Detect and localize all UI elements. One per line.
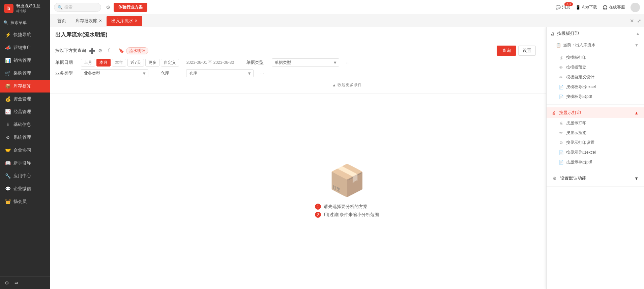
panel-item-display-excel[interactable]: 📄 按显示导出excel	[547, 148, 644, 157]
app-version: 标准版	[16, 9, 40, 14]
date-btn-7days[interactable]: 近7天	[127, 59, 144, 67]
marketing-icon: 📣	[5, 45, 11, 50]
tab-home-label: 首页	[57, 18, 66, 24]
panel-item-template-pdf[interactable]: 📄 按模板导出pdf	[547, 92, 644, 102]
logo-text-block: 畅捷通好生意 标准版	[16, 3, 40, 14]
panel-section-template: 🖨 按模板打印 👁 按模板预览 ✏ 模板自定义设计 📄 按模板导出excel 📄	[547, 50, 644, 105]
template-pdf-label: 按模板导出pdf	[566, 94, 592, 100]
finance-icon: 💰	[5, 96, 11, 102]
sidebar-item-member[interactable]: 👑 畅会员	[0, 195, 50, 208]
empty-steps: 1 请先选择要分析的方案 2 用[过滤]条件来缩小分析范围	[315, 204, 379, 220]
panel-item-template-design[interactable]: ✏ 模板自定义设计	[547, 72, 644, 82]
warehouse-more-icon[interactable]: ···	[260, 71, 264, 76]
date-btn-more[interactable]: 更多	[145, 59, 159, 67]
active-filter-tag[interactable]: 流水明细	[126, 47, 148, 54]
sidebar-item-finance[interactable]: 💰 资金管理	[0, 93, 50, 105]
active-filter-icon: 🔖	[119, 48, 124, 53]
topbar-search-box[interactable]: 🔍 搜索	[54, 3, 101, 12]
tab-home[interactable]: 首页	[53, 16, 71, 26]
filter-collapse-icon[interactable]: 《	[105, 48, 110, 54]
tab-batch-account-close-icon[interactable]: ✕	[99, 19, 102, 23]
settings-btn[interactable]: 设置	[518, 46, 536, 56]
panel-item-display-settings[interactable]: ⚙ 按显示打印设置	[547, 138, 644, 148]
sidebar-item-inventory[interactable]: 📦 库存核算	[0, 80, 50, 93]
panel-item-template-excel[interactable]: 📄 按模板导出excel	[547, 82, 644, 92]
online-service-btn[interactable]: 🎧 在线客服	[603, 4, 625, 10]
current-label: 当前：出入库流水	[561, 42, 635, 48]
step-1-num: 1	[315, 204, 321, 210]
filter-label: 按以下方案查询	[55, 48, 86, 54]
date-btn-this-year[interactable]: 本年	[112, 59, 126, 67]
sidebar: b 畅捷通好生意 标准版 🔍 搜索菜单 ⚡ 快捷导航 📣 营销推广 📊 销售管理…	[0, 0, 50, 289]
maximize-icon[interactable]: ⤢	[637, 18, 641, 24]
panel-title-text: 按模板打印	[557, 30, 579, 36]
doc-type-select[interactable]: 单据类型	[272, 58, 339, 67]
wechat-icon: 💬	[5, 186, 11, 191]
sidebar-item-business[interactable]: 📈 经营管理	[0, 105, 50, 118]
trial-btn[interactable]: 体验行业方案	[114, 3, 147, 12]
sidebar-item-system[interactable]: ⚙ 系统管理	[0, 131, 50, 144]
date-btn-custom[interactable]: 自定义	[161, 59, 179, 67]
sidebar-item-wechat[interactable]: 💬 企业微信	[0, 182, 50, 195]
display-preview-label: 按显示预览	[566, 130, 586, 136]
template-excel-icon: 📄	[559, 85, 563, 89]
service-icon: 🎧	[603, 5, 608, 10]
template-excel-label: 按模板导出excel	[566, 84, 596, 90]
date-btn-last-month[interactable]: 上月	[81, 59, 95, 67]
add-filter-btn[interactable]: ➕	[89, 48, 95, 54]
panel-header: 🖨 按模板打印 ▲	[547, 27, 644, 40]
display-header-label: 按显示打印	[559, 110, 581, 116]
settings-gear-icon[interactable]: ⚙	[5, 280, 9, 286]
panel-item-template-print[interactable]: 🖨 按模板打印	[547, 53, 644, 62]
panel-item-template-preview[interactable]: 👁 按模板预览	[547, 62, 644, 72]
current-chevron-icon[interactable]: ▼	[635, 43, 639, 48]
date-btn-this-month[interactable]: 本月	[96, 59, 111, 67]
panel-item-display-print[interactable]: 🖨 按显示打印	[547, 118, 644, 128]
sidebar-item-label: 企业微信	[13, 186, 31, 192]
filter-settings-icon[interactable]: ⚙	[98, 48, 103, 53]
tab-inout-flow-label: 出入库流水	[111, 18, 133, 24]
panel-item-display-print-header[interactable]: 🖨 按显示打印 ▲	[547, 107, 644, 118]
panel-item-display-preview[interactable]: 👁 按显示预览	[547, 128, 644, 138]
sidebar-item-guide[interactable]: 📖 新手引导	[0, 157, 50, 169]
sidebar-item-sales[interactable]: 📊 销售管理	[0, 54, 50, 67]
topbar-settings-icon[interactable]: ⚙	[106, 4, 110, 10]
sidebar-search-menu[interactable]: 🔍 搜索菜单	[0, 17, 50, 28]
display-print-icon: 🖨	[559, 121, 563, 126]
tab-batch-account-label: 库存批次账	[76, 18, 97, 24]
tab-batch-account[interactable]: 库存批次账 ✕	[71, 16, 107, 26]
panel-section-display: 🖨 按显示打印 ▲ 🖨 按显示打印 👁 按显示预览 ⚙ 按显示打印设置	[547, 105, 644, 170]
tab-inout-flow-close-icon[interactable]: ✕	[135, 19, 138, 23]
doc-type-more-icon[interactable]: ···	[346, 60, 350, 65]
search-menu-label: 搜索菜单	[10, 20, 27, 26]
messages-btn[interactable]: 💬 消息 99+	[556, 4, 570, 10]
sidebar-bottom: ⚙ ⇌	[0, 277, 50, 289]
tab-inout-flow[interactable]: 出入库流水 ✕	[107, 16, 142, 26]
sidebar-item-marketing[interactable]: 📣 营销推广	[0, 41, 50, 54]
sidebar-item-apps[interactable]: 🔧 应用中心	[0, 169, 50, 182]
warehouse-filter-label: 仓库	[160, 70, 181, 76]
app-download-btn[interactable]: 📱 App下载	[576, 4, 597, 10]
panel-chevron-up-icon[interactable]: ▲	[636, 31, 640, 36]
user-avatar[interactable]	[631, 3, 640, 12]
template-design-label: 模板自定义设计	[566, 74, 594, 80]
sidebar-item-basics[interactable]: ℹ 基础信息	[0, 118, 50, 131]
close-content-icon[interactable]: ✕	[630, 18, 634, 24]
warehouse-select-wrapper: 仓库 ▼	[186, 69, 254, 77]
fold-sidebar-icon[interactable]: ⇌	[14, 280, 19, 286]
basics-icon: ℹ	[5, 122, 11, 127]
panel-item-display-pdf[interactable]: 📄 按显示导出pdf	[547, 157, 644, 167]
sidebar-item-collab[interactable]: 🤝 企业协同	[0, 144, 50, 157]
display-excel-icon: 📄	[559, 150, 563, 155]
warehouse-select[interactable]: 仓库	[186, 69, 254, 77]
sidebar-item-purchase[interactable]: 🛒 采购管理	[0, 67, 50, 80]
sidebar-item-quick-nav[interactable]: ⚡ 快捷导航	[0, 28, 50, 41]
biz-type-select[interactable]: 业务类型	[81, 69, 148, 77]
template-print-icon: 🖨	[559, 55, 563, 60]
page-content: 出入库流水(流水明细) 🖨 按模板打印 ▲ 📤 导出 🔄 刷新	[50, 27, 644, 289]
active-tag-label: 流水明细	[129, 48, 145, 54]
query-btn[interactable]: 查询	[497, 46, 516, 56]
sidebar-item-label: 基础信息	[13, 122, 31, 128]
panel-item-set-default[interactable]: ⚙ 设置默认功能 ▼	[547, 173, 644, 184]
sidebar-item-label: 企业协同	[13, 147, 31, 153]
